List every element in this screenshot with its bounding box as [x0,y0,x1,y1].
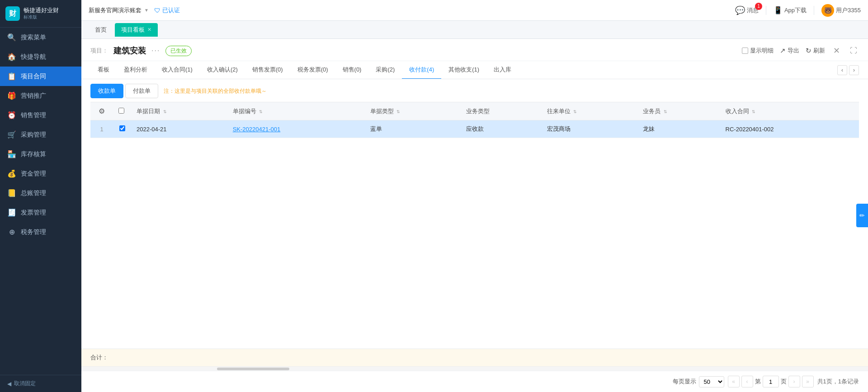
more-options-icon[interactable]: ··· [151,47,160,55]
inner-tab-receipt[interactable]: 收款单 [90,84,123,98]
subtab-sales-label: 销售(0) [343,66,362,73]
cell-income-contract: RC-20220401-002 [720,120,859,138]
sidebar-item-ledger[interactable]: 📒 总账管理 [0,183,81,203]
ledger-icon: 📒 [7,189,16,197]
cell-type: 蓝单 [365,120,461,138]
content-wrapper: 项目： 建筑安装 ··· 已生效 显示明细 ↗ 导出 ↻ 刷 [81,39,868,392]
subtab-profit-label: 盈利分析 [124,66,147,73]
subtab-prev-button[interactable]: ‹ [837,65,847,75]
sidebar-item-invoice[interactable]: 🧾 发票管理 [0,203,81,222]
sidebar-item-purchase[interactable]: 🛒 采购管理 [0,125,81,144]
col-number[interactable]: 单据编号 ⇅ [227,102,365,120]
settings-icon[interactable]: ⚙ [99,107,105,115]
tab-project-board[interactable]: 项目看板 ✕ [115,23,158,37]
user-menu[interactable]: 🐻 用户3355 [821,4,861,17]
row-date: 2022-04-21 [137,126,167,133]
expand-button[interactable]: ⛶ [848,47,859,55]
subtab-next-button[interactable]: › [849,65,859,75]
col-settings[interactable]: ⚙ [90,102,113,120]
inventory-icon: 🏪 [7,150,16,158]
show-detail-checkbox[interactable] [742,48,748,54]
per-page-select[interactable]: 50 100 [699,376,724,387]
sidebar-item-marketing[interactable]: 🎁 营销推广 [0,86,81,105]
col-type-label: 单据类型 [370,108,394,115]
sidebar-item-sales[interactable]: ⏰ 销售管理 [0,105,81,125]
show-detail-option[interactable]: 显示明细 [742,47,774,55]
col-salesperson[interactable]: 业务员 ⇅ [637,102,720,120]
subtab-purchase[interactable]: 采购(2) [368,61,402,79]
sidebar-item-label: 销售管理 [21,111,46,120]
subtab-income-contract[interactable]: 收入合同(1) [155,61,200,79]
project-header: 项目： 建筑安装 ··· 已生效 显示明细 ↗ 导出 ↻ 刷 [81,39,868,61]
sort-icon: ⇅ [259,110,263,114]
scroll-thumb[interactable] [217,368,289,370]
message-button[interactable]: 💬 消息 1 [735,5,759,15]
purchase-icon: 🛒 [7,130,16,139]
col-type[interactable]: 单据类型 ⇅ [365,102,461,120]
account-selector[interactable]: 新服务官网演示账套 ▼ [89,6,149,14]
app-logo-icon: 财 [5,6,20,21]
sidebar-item-inventory[interactable]: 🏪 库存核算 [0,144,81,164]
sidebar-nav: 🔍 搜索菜单 🏠 快捷导航 📋 项目合同 🎁 营销推广 ⏰ 销售管理 🛒 采购管… [0,28,81,375]
col-income-contract[interactable]: 收入合同 ⇅ [720,102,859,120]
sort-icon: ⇅ [163,110,167,114]
subtab-kanban[interactable]: 看板 [90,61,117,79]
page-input[interactable] [763,376,779,387]
next-page-button[interactable]: › [788,376,800,387]
horizontal-scrollbar[interactable] [81,366,868,371]
subtab-sales[interactable]: 销售(0) [335,61,369,79]
close-button[interactable]: ✕ [831,46,842,56]
refresh-icon: ↻ [806,47,811,55]
tab-home[interactable]: 首页 [89,23,113,37]
subtab-payment[interactable]: 收付款(4) [402,61,441,79]
refresh-button[interactable]: ↻ 刷新 [806,47,825,55]
col-checkbox[interactable] [113,102,131,120]
row-income-contract: RC-20220401-002 [726,126,774,133]
unpin-button[interactable]: ◀ 取消固定 [0,375,81,392]
subtab-profit[interactable]: 盈利分析 [117,61,155,79]
export-button[interactable]: ↗ 导出 [780,47,799,55]
table-row[interactable]: 1 2022-04-21 SK-20220421-001 [90,120,859,138]
app-download-button[interactable]: 📱 App下载 [774,6,807,14]
marketing-icon: 🎁 [7,91,16,100]
inner-tab-payment[interactable]: 付款单 [125,84,158,98]
sidebar: 财 畅捷通好业财 标准版 🔍 搜索菜单 🏠 快捷导航 📋 项目合同 🎁 营销推广… [0,0,81,392]
cell-number[interactable]: SK-20220421-001 [227,120,365,138]
subtab-warehouse[interactable]: 出入库 [486,61,519,79]
search-icon: 🔍 [7,33,16,42]
cell-checkbox[interactable] [113,120,131,138]
subtab-payment-label: 收付款(4) [409,66,434,73]
row-index: 1 [100,126,103,133]
per-page-label: 每页显示 [673,378,696,386]
data-table: ⚙ 单据日期 ⇅ 单据编号 ⇅ [90,102,859,138]
subtab-sales-invoice[interactable]: 销售发票(0) [245,61,290,79]
username-label: 用户3355 [836,6,861,14]
sidebar-item-contract[interactable]: 📋 项目合同 [0,67,81,86]
sidebar-item-search[interactable]: 🔍 搜索菜单 [0,28,81,47]
sort-icon: ⇅ [573,110,577,114]
sidebar-item-label: 项目合同 [21,72,46,81]
tab-close-icon[interactable]: ✕ [147,27,151,33]
row-number-link[interactable]: SK-20220421-001 [233,126,281,133]
select-all-checkbox[interactable] [118,108,124,114]
subtab-tax-invoice[interactable]: 税务发票(0) [290,61,335,79]
col-partner[interactable]: 往来单位 ⇅ [542,102,638,120]
sidebar-item-label: 总账管理 [21,189,46,197]
phone-icon: 📱 [774,6,783,14]
row-checkbox[interactable] [119,125,125,131]
subtab-other-expense[interactable]: 其他收支(1) [441,61,486,79]
col-date-label: 单据日期 [137,108,160,115]
prev-page-button[interactable]: ‹ [741,376,753,387]
col-date[interactable]: 单据日期 ⇅ [131,102,227,120]
first-page-button[interactable]: « [728,376,740,387]
subtab-income-confirm[interactable]: 收入确认(2) [200,61,245,79]
last-page-button[interactable]: » [802,376,814,387]
certified-badge: 🛡 已认证 [154,6,180,14]
invoice-icon: 🧾 [7,208,16,217]
sidebar-item-finance[interactable]: 💰 资金管理 [0,164,81,183]
certified-label: 已认证 [162,6,180,14]
sidebar-item-quicknav[interactable]: 🏠 快捷导航 [0,47,81,67]
sidebar-item-tax[interactable]: ⊕ 税务管理 [0,222,81,242]
col-biz-type-label: 业务类型 [466,108,490,115]
right-float-button[interactable]: ✏ [856,204,868,227]
